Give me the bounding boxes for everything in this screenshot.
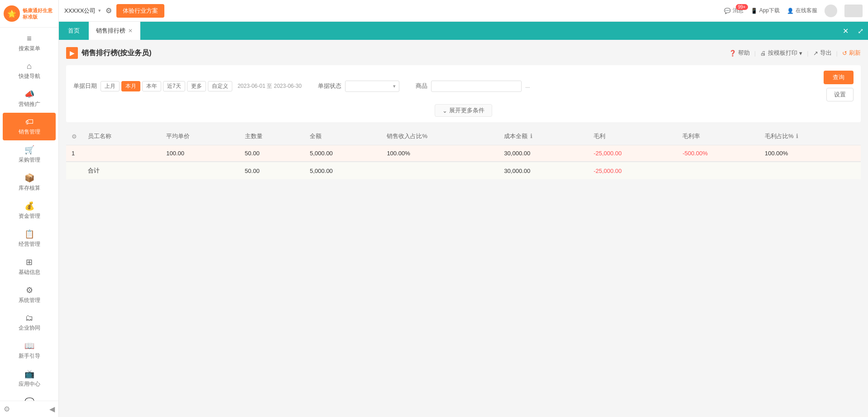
enterprise-collab-icon: 🗂 — [25, 313, 34, 323]
table-header: ⚙ 员工名称 平均单价 主数量 全额 销售收入占比% 成本全额 ℹ 毛利 毛利率 — [66, 128, 861, 145]
sidebar: 🌟 畅康通好生意 标准版 ≡ 搜索菜单 ⌂ 快捷导航 📣 营销推广 🏷 销售管理… — [0, 0, 59, 417]
sidebar-footer: ⚙ ◀ — [0, 401, 58, 417]
th-gross-pct: 毛利占比% ℹ — [759, 128, 861, 145]
tabbar: 首页 销售排行榜 ✕ ✕ ⤢ — [59, 22, 868, 40]
filter-card: 单据日期 上月 本月 本年 近7天 更多 自定义 2023-06-01 至 20… — [66, 65, 861, 122]
sidebar-item-basic-info[interactable]: ⊞ 基础信息 — [0, 253, 58, 281]
current-year-btn[interactable]: 本年 — [142, 81, 161, 91]
sidebar-item-purchase[interactable]: 🛒 采购管理 — [0, 140, 58, 168]
message-icon: 💬 — [724, 8, 731, 14]
footer-gross-pct — [759, 162, 861, 180]
cell-gross-pct: 100.00% — [759, 145, 861, 162]
last-month-btn[interactable]: 上月 — [101, 81, 120, 91]
content-area: ▶ 销售排行榜(按业务员) ❓ 帮助 | 🖨 按模板打印 ▾ | ↗ 导出 — [59, 40, 868, 417]
tab-sales-rank[interactable]: 销售排行榜 ✕ — [89, 22, 140, 40]
sidebar-item-operations[interactable]: 📋 经营管理 — [0, 225, 58, 253]
window-close-icon[interactable]: ✕ — [838, 27, 853, 35]
export-btn[interactable]: ↗ 导出 — [813, 49, 832, 57]
cost-info-icon[interactable]: ℹ — [530, 133, 532, 139]
sidebar-item-guide[interactable]: 📖 新手引导 — [0, 336, 58, 364]
settings-footer-icon[interactable]: ⚙ — [4, 405, 10, 413]
more-date-btn[interactable]: 更多 — [187, 81, 206, 91]
footer-avg-price — [161, 162, 239, 180]
query-button[interactable]: 查询 — [824, 71, 854, 84]
collapse-sidebar-icon[interactable]: ◀ — [49, 405, 55, 413]
finance-icon: 💰 — [24, 201, 34, 211]
operations-icon: 📋 — [24, 229, 34, 239]
th-qty: 主数量 — [240, 128, 305, 145]
app-download-btn[interactable]: 📱 App下载 — [751, 7, 780, 14]
sidebar-item-app-center[interactable]: 📺 应用中心 — [0, 364, 58, 393]
sidebar-item-search-order[interactable]: ≡ 搜索菜单 — [0, 29, 58, 57]
current-month-btn[interactable]: 本月 — [121, 81, 140, 91]
cell-gross-profit: -25,000.00 — [588, 145, 677, 162]
goods-more-btn[interactable]: ... — [525, 83, 530, 89]
template-print-btn[interactable]: 🖨 按模板打印 ▾ — [760, 49, 802, 57]
page-title: 销售排行榜(按业务员) — [82, 48, 152, 58]
footer-label — [66, 162, 82, 180]
company-dropdown-icon: ▾ — [98, 8, 101, 14]
main-area: XXXXX公司 ▾ ⚙ 体验行业方案 💬 消息 99+ 📱 App下载 👤 在线… — [59, 0, 868, 417]
help-icon: ❓ — [729, 50, 736, 57]
column-settings-icon[interactable]: ⚙ — [72, 133, 77, 140]
purchase-icon: 🛒 — [24, 145, 34, 155]
marketing-icon: 📣 — [24, 89, 34, 99]
message-btn[interactable]: 💬 消息 99+ — [724, 7, 743, 14]
print-icon: 🖨 — [760, 50, 766, 57]
goods-input[interactable] — [431, 81, 522, 92]
logo-icon: 🌟 — [4, 5, 20, 22]
th-gross-rate: 毛利率 — [677, 128, 759, 145]
settings-gear-icon[interactable]: ⚙ — [106, 6, 112, 15]
online-service-btn[interactable]: 👤 在线客服 — [787, 7, 817, 14]
sales-icon: 🏷 — [25, 117, 34, 127]
date-filter-group: 单据日期 上月 本月 本年 近7天 更多 自定义 2023-06-01 至 20… — [73, 81, 302, 91]
window-maximize-icon[interactable]: ⤢ — [853, 27, 868, 35]
company-selector[interactable]: XXXXX公司 ▾ — [64, 7, 101, 15]
custom-date-btn[interactable]: 自定义 — [208, 81, 232, 91]
th-total: 全额 — [304, 128, 381, 145]
cell-avg-price: 100.00 — [161, 145, 239, 162]
message-badge: 99+ — [736, 4, 748, 10]
refresh-btn[interactable]: ↺ 刷新 — [842, 49, 861, 57]
expand-icon: ⌄ — [442, 107, 447, 114]
sidebar-item-inventory[interactable]: 📦 库存核算 — [0, 168, 58, 197]
sidebar-item-enterprise-wechat[interactable]: 💬 企业微信 — [0, 393, 58, 401]
footer-gross-rate — [677, 162, 759, 180]
tab-close-icon[interactable]: ✕ — [128, 28, 133, 34]
help-btn[interactable]: ❓ 帮助 — [729, 49, 750, 57]
data-table-card: ⚙ 员工名称 平均单价 主数量 全额 销售收入占比% 成本全额 ℹ 毛利 毛利率 — [66, 128, 861, 180]
trial-button[interactable]: 体验行业方案 — [116, 4, 164, 18]
sidebar-item-marketing[interactable]: 📣 营销推广 — [0, 85, 58, 113]
header-row: ⚙ 员工名称 平均单价 主数量 全额 销售收入占比% 成本全额 ℹ 毛利 毛利率 — [66, 128, 861, 145]
back-expand-btn[interactable]: ▶ — [66, 47, 78, 59]
last-7days-btn[interactable]: 近7天 — [163, 81, 185, 91]
sidebar-item-enterprise-collab[interactable]: 🗂 企业协同 — [0, 309, 58, 336]
guide-icon: 📖 — [24, 341, 34, 351]
service-icon: 👤 — [787, 8, 794, 14]
sidebar-item-quick-nav[interactable]: ⌂ 快捷导航 — [0, 57, 58, 85]
cell-name — [82, 145, 161, 162]
sidebar-item-finance[interactable]: 💰 资金管理 — [0, 197, 58, 225]
sidebar-item-system[interactable]: ⚙ 系统管理 — [0, 281, 58, 309]
th-employee-name: 员工名称 — [82, 128, 161, 145]
date-range-display: 2023-06-01 至 2023-06-30 — [238, 82, 302, 90]
footer-qty: 50.00 — [240, 162, 305, 180]
gross-pct-info-icon[interactable]: ℹ — [796, 133, 798, 139]
search-menu-icon: ≡ — [27, 34, 32, 43]
date-filter-btns: 上月 本月 本年 近7天 更多 自定义 — [101, 81, 232, 91]
expand-conditions-btn[interactable]: ⌄ 展开更多条件 — [435, 104, 492, 117]
tab-home[interactable]: 首页 — [59, 22, 89, 40]
footer-total: 5,000.00 — [304, 162, 381, 180]
user-avatar[interactable] — [825, 5, 837, 17]
status-select[interactable] — [345, 81, 399, 92]
data-table: ⚙ 员工名称 平均单价 主数量 全额 销售收入占比% 成本全额 ℹ 毛利 毛利率 — [66, 128, 861, 180]
topbar: XXXXX公司 ▾ ⚙ 体验行业方案 💬 消息 99+ 📱 App下载 👤 在线… — [59, 0, 868, 22]
enterprise-wechat-icon: 💬 — [24, 397, 34, 401]
status-filter-group: 单据状态 — [318, 81, 399, 92]
goods-filter-label: 商品 — [416, 82, 427, 90]
footer-gross-profit: -25,000.00 — [588, 162, 677, 180]
app-download-icon: 📱 — [751, 8, 758, 14]
settings-button[interactable]: 设置 — [826, 88, 854, 101]
filter-right-actions: 查询 设置 — [824, 71, 854, 101]
sidebar-item-sales[interactable]: 🏷 销售管理 — [3, 113, 56, 140]
